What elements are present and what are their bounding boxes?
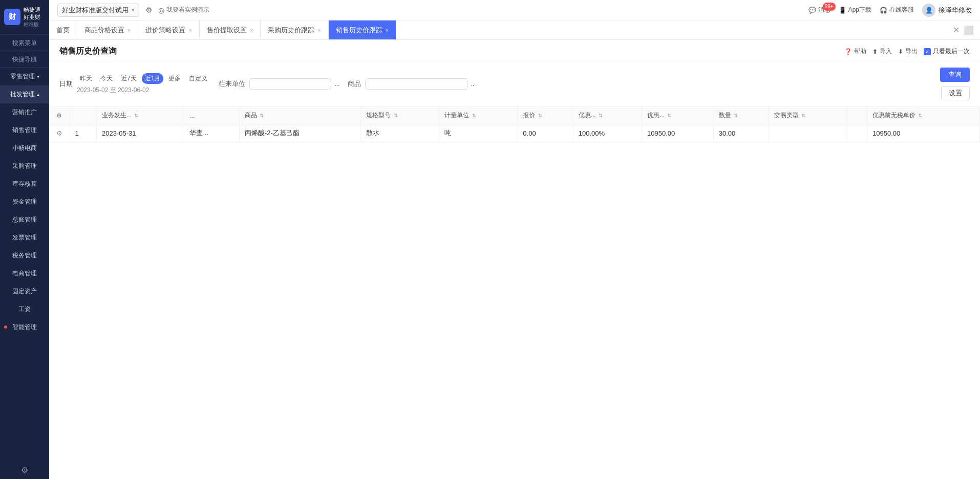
table-row: ⚙ 1 2023-05-31 华查... 丙烯酸-2-乙基己酯 散水 吨 0.0… bbox=[49, 124, 980, 142]
date-option-today[interactable]: 今天 bbox=[97, 73, 116, 84]
col-label: 商品 bbox=[245, 112, 257, 119]
export-label: 导出 bbox=[905, 47, 918, 56]
col-product[interactable]: 商品 ⇅ bbox=[239, 107, 361, 124]
sidebar-quicknav[interactable]: 快捷导航 bbox=[0, 52, 49, 68]
col-label: 优惠... bbox=[647, 112, 665, 119]
row-discount2: 10950.00 bbox=[642, 124, 714, 142]
col-quantity[interactable]: 数量 ⇅ bbox=[713, 107, 769, 124]
close-icon[interactable]: × bbox=[386, 27, 389, 33]
help-label: 帮助 bbox=[854, 47, 866, 56]
app-logo: 财 畅捷通好业财 标准版 bbox=[0, 0, 49, 35]
sidebar-search[interactable]: 搜索菜单 bbox=[0, 35, 49, 52]
tab-product-price[interactable]: 商品价格设置 × bbox=[77, 20, 138, 39]
tab-label: 采购历史价跟踪 bbox=[268, 26, 314, 35]
row-business-date: 2023-05-31 bbox=[96, 124, 184, 142]
col-pretax-price[interactable]: 优惠前无税单价 ⇅ bbox=[867, 107, 980, 124]
import-button[interactable]: ⬆ 导入 bbox=[872, 47, 892, 56]
data-table-container: ⚙ 业务发生... ⇅ ... 商品 ⇅ 规格型号 bbox=[49, 107, 980, 142]
sidebar-item-label: 智能管理 bbox=[12, 323, 37, 332]
sidebar-item-ecommerce-small[interactable]: 小畅电商 bbox=[0, 139, 49, 157]
col-discount2[interactable]: 优惠... ⇅ bbox=[642, 107, 714, 124]
export-button[interactable]: ⬇ 导出 bbox=[898, 47, 918, 56]
filter-settings-button[interactable]: 设置 bbox=[941, 86, 970, 100]
col-spec[interactable]: 规格型号 ⇅ bbox=[361, 107, 439, 124]
col-unit[interactable]: 计量单位 ⇅ bbox=[439, 107, 518, 124]
sidebar-item-ecommerce[interactable]: 电商管理 bbox=[0, 265, 49, 282]
col-business-date[interactable]: 业务发生... ⇅ bbox=[96, 107, 184, 124]
col-discount1[interactable]: 优惠... ⇅ bbox=[573, 107, 642, 124]
partner-more-button[interactable]: ... bbox=[334, 80, 339, 88]
avatar: 👤 bbox=[922, 4, 935, 17]
close-icon[interactable]: × bbox=[127, 27, 131, 33]
date-option-1month[interactable]: 近1月 bbox=[142, 73, 164, 84]
sidebar-settings-button[interactable]: ⚙ bbox=[0, 461, 49, 479]
sidebar-item-label: 税务管理 bbox=[12, 251, 37, 260]
partner-filter-group: 往来单位 ... bbox=[219, 78, 339, 90]
date-option-more[interactable]: 更多 bbox=[165, 73, 184, 84]
col-price[interactable]: 报价 ⇅ bbox=[518, 107, 573, 124]
app-name: 畅捷通好业财 bbox=[24, 6, 45, 21]
col-label: 规格型号 bbox=[366, 112, 391, 119]
app-download-button[interactable]: 📱 App下载 bbox=[839, 6, 871, 14]
topbar: 好业财标准版交付试用 ▾ ⚙ ◎ 我要看实例演示 💬 消息 99+ 📱 App下… bbox=[49, 0, 980, 20]
sidebar-item-invoice[interactable]: 发票管理 bbox=[0, 229, 49, 247]
tab-home[interactable]: 首页 bbox=[49, 20, 77, 39]
close-icon[interactable]: × bbox=[317, 27, 321, 33]
sidebar-item-marketing[interactable]: 营销推广 bbox=[0, 103, 49, 121]
col-label: 交易类型 bbox=[774, 112, 799, 119]
app-select-dropdown[interactable]: 好业财标准版交付试用 ▾ bbox=[57, 4, 139, 17]
tab-label: 进价策略设置 bbox=[145, 26, 185, 35]
tab-sale-history[interactable]: 销售历史价跟踪 × bbox=[329, 20, 396, 39]
chevron-down-icon: ▾ bbox=[37, 74, 39, 79]
date-option-7days[interactable]: 近7天 bbox=[118, 73, 140, 84]
sidebar-item-finance[interactable]: 资金管理 bbox=[0, 193, 49, 211]
help-button[interactable]: ❓ 帮助 bbox=[844, 47, 866, 56]
date-option-custom[interactable]: 自定义 bbox=[186, 73, 210, 84]
only-last-checkbox[interactable]: ✓ bbox=[924, 48, 931, 55]
col-label: 数量 bbox=[719, 112, 731, 119]
online-service-button[interactable]: 🎧 在线客服 bbox=[880, 6, 914, 14]
demo-label: 我要看实例演示 bbox=[166, 6, 209, 14]
query-button[interactable]: 查询 bbox=[940, 68, 970, 82]
sidebar-item-tax[interactable]: 税务管理 bbox=[0, 247, 49, 265]
tab-purchase-strategy[interactable]: 进价策略设置 × bbox=[138, 20, 199, 39]
sort-icon: ⇅ bbox=[134, 113, 138, 118]
sort-icon: ⇅ bbox=[599, 113, 603, 118]
tab-sale-price-extract[interactable]: 售价提取设置 × bbox=[200, 20, 261, 39]
row-unit: 吨 bbox=[439, 124, 518, 142]
sidebar-item-inventory[interactable]: 库存核算 bbox=[0, 175, 49, 193]
col-more[interactable]: ... bbox=[184, 107, 239, 124]
product-label: 商品 bbox=[348, 79, 361, 89]
message-button[interactable]: 💬 消息 99+ bbox=[808, 6, 830, 14]
sidebar-item-sales[interactable]: 销售管理 bbox=[0, 121, 49, 139]
sidebar-item-retail[interactable]: 零售管理 ▾ bbox=[0, 68, 49, 85]
demo-button[interactable]: ◎ 我要看实例演示 bbox=[158, 6, 209, 14]
row-trade-type bbox=[769, 124, 847, 142]
settings-icon[interactable]: ⚙ bbox=[145, 6, 152, 15]
user-menu[interactable]: 👤 徐泽华修改 bbox=[922, 4, 972, 17]
sidebar-item-label: 工资 bbox=[18, 305, 31, 314]
close-icon[interactable]: × bbox=[250, 27, 253, 33]
sidebar-item-salary[interactable]: 工资 bbox=[0, 300, 49, 318]
app-select-label: 好业财标准版交付试用 bbox=[62, 6, 129, 15]
partner-input[interactable] bbox=[249, 78, 331, 90]
sort-icon: ⇅ bbox=[801, 113, 805, 118]
sidebar-item-smart[interactable]: 智能管理 bbox=[0, 318, 49, 336]
maximize-icon[interactable]: ⬜ bbox=[964, 25, 974, 35]
tab-purchase-history[interactable]: 采购历史价跟踪 × bbox=[261, 20, 328, 39]
sidebar-item-label: 库存核算 bbox=[12, 180, 37, 188]
col-trade-type[interactable]: 交易类型 ⇅ bbox=[769, 107, 847, 124]
sidebar-item-ledger[interactable]: 总账管理 bbox=[0, 211, 49, 229]
sidebar-item-fixed-assets[interactable]: 固定资产 bbox=[0, 282, 49, 300]
close-window-icon[interactable]: ✕ bbox=[953, 25, 960, 35]
sort-icon: ⇅ bbox=[472, 113, 476, 118]
sidebar-item-wholesale[interactable]: 批发管理 ▴ bbox=[0, 85, 49, 103]
date-option-yesterday[interactable]: 昨天 bbox=[77, 73, 95, 84]
product-more-button[interactable]: ... bbox=[471, 80, 476, 88]
only-last-checkbox-label[interactable]: ✓ 只看最后一次 bbox=[924, 47, 970, 56]
close-icon[interactable]: × bbox=[188, 27, 191, 33]
row-gear[interactable]: ⚙ bbox=[49, 124, 70, 142]
sidebar-item-purchase[interactable]: 采购管理 bbox=[0, 157, 49, 175]
col-gear[interactable]: ⚙ bbox=[49, 107, 70, 124]
product-input[interactable] bbox=[365, 78, 467, 90]
